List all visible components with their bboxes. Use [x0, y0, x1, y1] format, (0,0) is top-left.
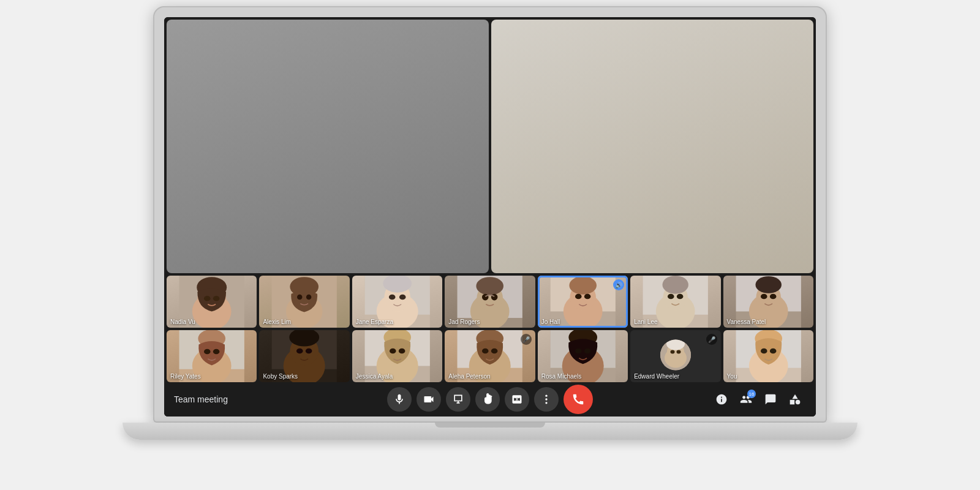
participant-tile[interactable]: Koby Sparks	[259, 330, 349, 382]
svg-point-116	[296, 349, 303, 354]
svg-point-89	[584, 294, 591, 300]
participants-count: 16	[747, 390, 756, 398]
svg-point-101	[755, 276, 782, 293]
svg-point-152	[545, 395, 547, 397]
svg-point-74	[389, 295, 396, 300]
svg-point-117	[306, 349, 312, 354]
svg-point-138	[584, 349, 591, 354]
mute-indicator: 🎤	[521, 334, 532, 345]
participant-tile-active[interactable]: 🔊 Jo Hall	[538, 276, 628, 328]
svg-point-96	[677, 294, 684, 300]
svg-point-150	[761, 349, 767, 354]
participant-name: Jessica Ayala	[356, 373, 393, 380]
svg-point-144	[676, 350, 680, 353]
screen-bezel: Nadia Vu	[153, 6, 827, 423]
svg-point-154	[545, 402, 547, 404]
control-bar: Team meeting	[164, 382, 816, 417]
participant-name: Jane Esparza	[356, 318, 393, 325]
more-options-button[interactable]	[534, 387, 559, 412]
participants-grid: Nadia Vu	[164, 274, 816, 382]
participant-tile[interactable]: Vanessa Patel	[723, 276, 813, 328]
svg-point-124	[399, 349, 405, 354]
participant-tile[interactable]: Jad Rogers	[445, 276, 535, 328]
participant-tile[interactable]: Riley Yates	[167, 330, 257, 382]
participant-name: Riley Yates	[170, 373, 201, 380]
participant-tile[interactable]: Rosa Michaels	[538, 330, 628, 382]
activities-button[interactable]	[784, 388, 806, 410]
svg-point-67	[297, 295, 303, 300]
svg-rect-156	[790, 400, 795, 405]
svg-point-82	[491, 294, 498, 301]
mic-button[interactable]	[387, 387, 412, 412]
svg-point-102	[761, 294, 767, 300]
main-video-area	[164, 17, 816, 274]
laptop-shell: Nadia Vu	[123, 6, 858, 484]
meeting-title: Team meeting	[174, 394, 284, 404]
participant-tile-edward[interactable]: 🎤 Edward Wheeler	[630, 330, 720, 382]
participant-tile[interactable]: Alexis Lim	[259, 276, 349, 328]
participant-name: Alexis Lim	[263, 318, 291, 325]
chat-button[interactable]	[760, 388, 782, 410]
svg-point-95	[668, 294, 674, 300]
main-video-team[interactable]	[491, 20, 813, 273]
svg-point-81	[482, 294, 489, 301]
participant-tile[interactable]: Jane Esparza	[352, 276, 442, 328]
raise-hand-button[interactable]	[475, 387, 500, 412]
participant-tile[interactable]: 🎤 Aleha Peterson	[445, 330, 535, 382]
svg-point-80	[477, 277, 504, 295]
meet-app: Nadia Vu	[164, 17, 816, 417]
svg-point-88	[575, 294, 582, 300]
svg-point-130	[482, 349, 489, 354]
participant-name: Jo Hall	[541, 318, 560, 325]
participant-name: Vanessa Patel	[727, 318, 766, 325]
svg-point-151	[769, 349, 776, 354]
participant-tile[interactable]: Lani Lee	[630, 276, 720, 328]
svg-point-153	[545, 398, 547, 400]
controls-center	[284, 385, 696, 414]
participant-tile-self[interactable]: You	[723, 330, 813, 382]
participant-name: Jad Rogers	[448, 318, 480, 325]
participant-name: Nadia Vu	[170, 318, 195, 325]
svg-point-61	[204, 296, 211, 301]
svg-point-131	[491, 349, 498, 354]
captions-button[interactable]	[505, 387, 529, 412]
participant-name: Lani Lee	[634, 318, 657, 325]
svg-point-155	[796, 400, 801, 405]
mute-indicator-edward: 🎤	[706, 334, 717, 345]
participant-name: Rosa Michaels	[541, 373, 582, 380]
svg-point-68	[306, 295, 312, 300]
info-button[interactable]	[710, 388, 733, 410]
svg-point-62	[213, 296, 220, 301]
svg-point-110	[213, 349, 220, 355]
svg-point-103	[769, 294, 776, 300]
svg-point-137	[575, 349, 582, 354]
participant-name: Edward Wheeler	[634, 373, 679, 380]
present-button[interactable]	[446, 387, 470, 412]
laptop-screen: Nadia Vu	[164, 17, 816, 417]
participant-name: Koby Sparks	[263, 373, 298, 380]
svg-point-123	[390, 349, 396, 354]
svg-point-75	[399, 295, 406, 300]
participant-tile[interactable]: Jessica Ayala	[352, 330, 442, 382]
svg-point-87	[569, 276, 597, 295]
participant-name: You	[727, 373, 737, 380]
main-video-speaker[interactable]	[167, 20, 489, 273]
participant-tile[interactable]: Nadia Vu	[167, 276, 257, 328]
right-controls: 16	[696, 388, 806, 410]
svg-point-94	[663, 276, 689, 294]
camera-button[interactable]	[417, 387, 441, 412]
svg-point-109	[204, 349, 211, 355]
end-call-button[interactable]	[564, 385, 593, 414]
participant-name: Aleha Peterson	[448, 373, 490, 380]
participants-button[interactable]: 16	[735, 388, 757, 410]
svg-point-143	[670, 350, 674, 353]
laptop-base	[123, 423, 858, 440]
